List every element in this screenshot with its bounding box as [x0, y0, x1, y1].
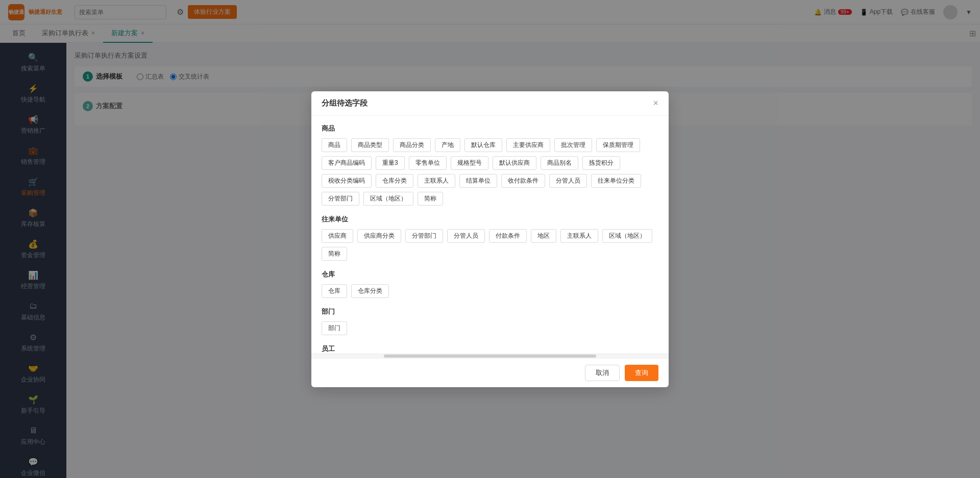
field-tag[interactable]: 零售单位 [409, 156, 447, 170]
field-tag[interactable]: 部门 [322, 321, 347, 335]
field-tag[interactable]: 仓库分类 [351, 284, 389, 298]
field-select-modal: 分组待选字段 × 商品 商品 商品类型 商品分类 产地 默认仓库 主要供应商 批… [311, 91, 669, 387]
group-title-warehouse: 仓库 [322, 270, 658, 279]
field-tag[interactable]: 分管人员 [447, 229, 485, 243]
field-tag[interactable]: 仓库分类 [376, 174, 413, 188]
field-tag[interactable]: 地区 [531, 229, 556, 243]
field-tag[interactable]: 区域（地区） [363, 192, 413, 206]
modal-bottom-scrollbar[interactable] [311, 354, 669, 358]
field-tag[interactable]: 供应商 [322, 229, 353, 243]
confirm-btn[interactable]: 查询 [625, 365, 658, 381]
modal-close-btn[interactable]: × [653, 98, 658, 108]
field-tag[interactable]: 商品 [322, 138, 347, 152]
dept-tags: 部门 [322, 321, 658, 335]
field-tag[interactable]: 往来单位分类 [591, 174, 641, 188]
field-tag[interactable]: 区域（地区） [602, 229, 652, 243]
group-title-employee: 员工 [322, 344, 658, 354]
field-tag[interactable]: 保质期管理 [596, 138, 640, 152]
modal-overlay: 分组待选字段 × 商品 商品 商品类型 商品分类 产地 默认仓库 主要供应商 批… [0, 0, 980, 478]
field-tag[interactable]: 主联系人 [418, 174, 455, 188]
modal-header: 分组待选字段 × [311, 91, 669, 116]
field-tag[interactable]: 主要供应商 [506, 138, 550, 152]
field-group-goods: 商品 商品 商品类型 商品分类 产地 默认仓库 主要供应商 批次管理 保质期管理… [322, 124, 658, 206]
field-tag[interactable]: 收付款条件 [501, 174, 545, 188]
modal-footer: 取消 查询 [311, 358, 669, 387]
cancel-btn[interactable]: 取消 [585, 365, 620, 381]
field-tag[interactable]: 简称 [322, 247, 347, 261]
modal-body: 商品 商品 商品类型 商品分类 产地 默认仓库 主要供应商 批次管理 保质期管理… [311, 116, 669, 354]
group-title-dept: 部门 [322, 307, 658, 316]
field-tag[interactable]: 拣货积分 [582, 156, 620, 170]
field-group-employee: 员工 业务员 [322, 344, 658, 354]
goods-tags: 商品 商品类型 商品分类 产地 默认仓库 主要供应商 批次管理 保质期管理 客户… [322, 138, 658, 206]
field-tag[interactable]: 简称 [418, 192, 443, 206]
group-title-partner: 往来单位 [322, 215, 658, 224]
field-tag[interactable]: 重量3 [376, 156, 405, 170]
warehouse-tags: 仓库 仓库分类 [322, 284, 658, 298]
field-tag[interactable]: 税收分类编码 [322, 174, 372, 188]
field-group-warehouse: 仓库 仓库 仓库分类 [322, 270, 658, 298]
field-tag[interactable]: 商品类型 [351, 138, 389, 152]
group-title-goods: 商品 [322, 124, 658, 133]
field-tag[interactable]: 结算单位 [459, 174, 497, 188]
field-tag[interactable]: 批次管理 [554, 138, 592, 152]
field-tag[interactable]: 供应商分类 [357, 229, 401, 243]
field-tag[interactable]: 分管部门 [405, 229, 443, 243]
field-tag[interactable]: 分管部门 [322, 192, 359, 206]
field-tag[interactable]: 商品别名 [541, 156, 578, 170]
field-tag[interactable]: 主联系人 [560, 229, 598, 243]
field-group-partner: 往来单位 供应商 供应商分类 分管部门 分管人员 付款条件 地区 主联系人 区域… [322, 215, 658, 261]
field-tag[interactable]: 产地 [435, 138, 460, 152]
field-tag[interactable]: 商品分类 [393, 138, 431, 152]
field-tag[interactable]: 规格型号 [451, 156, 488, 170]
field-tag[interactable]: 分管人员 [549, 174, 587, 188]
partner-tags: 供应商 供应商分类 分管部门 分管人员 付款条件 地区 主联系人 区域（地区） … [322, 229, 658, 261]
field-group-dept: 部门 部门 [322, 307, 658, 335]
field-tag[interactable]: 默认供应商 [493, 156, 536, 170]
field-tag[interactable]: 付款条件 [489, 229, 527, 243]
field-tag[interactable]: 仓库 [322, 284, 347, 298]
modal-title: 分组待选字段 [322, 98, 368, 108]
field-tag[interactable]: 客户商品编码 [322, 156, 372, 170]
field-tag[interactable]: 默认仓库 [464, 138, 502, 152]
